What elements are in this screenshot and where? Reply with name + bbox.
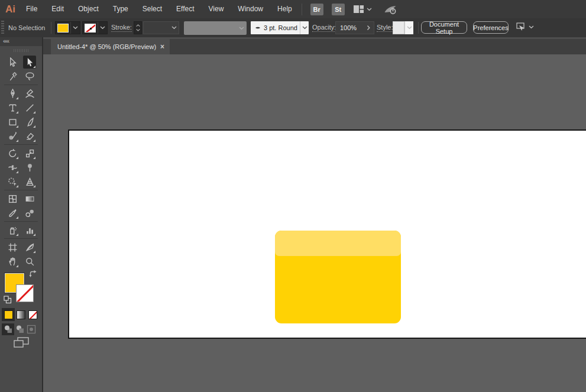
- menu-effect[interactable]: Effect: [169, 0, 201, 18]
- tool-grid: [0, 55, 42, 268]
- tool-row: [0, 254, 42, 268]
- menubar-divider: [302, 4, 302, 15]
- control-bar: No Selection Stroke: 3 pt. Round Opacity…: [0, 18, 586, 37]
- draw-normal-button[interactable]: [2, 323, 14, 335]
- gpu-performance-icon[interactable]: [384, 4, 397, 15]
- color-button[interactable]: [4, 310, 13, 319]
- draw-behind-button[interactable]: [15, 325, 25, 334]
- stroke-none-swatch[interactable]: [85, 24, 96, 33]
- rectangle-tool[interactable]: [6, 115, 19, 128]
- lasso-tool[interactable]: [23, 70, 36, 83]
- artboard[interactable]: [68, 129, 586, 339]
- stepper-down-icon[interactable]: [135, 28, 141, 32]
- gradient-tool[interactable]: [23, 192, 36, 205]
- rounded-rectangle-top-band[interactable]: [275, 231, 401, 256]
- toolbar-divider: [4, 190, 38, 190]
- stroke-width-dropdown[interactable]: [143, 21, 179, 34]
- stock-button[interactable]: St: [332, 4, 345, 15]
- width-tool[interactable]: [6, 161, 19, 174]
- document-setup-button[interactable]: Document Setup: [421, 21, 467, 34]
- chevron-down-icon: [302, 26, 307, 30]
- stroke-panel-link[interactable]: Stroke:: [111, 24, 132, 32]
- brush-definition-dropdown[interactable]: [184, 21, 247, 35]
- paintbrush-tool[interactable]: [23, 115, 36, 128]
- eraser-tool[interactable]: [23, 129, 36, 142]
- flyout-indicator: [33, 66, 35, 68]
- collapse-panel-strip[interactable]: ««: [0, 37, 42, 46]
- magic-wand-tool[interactable]: [6, 70, 19, 83]
- shaper-tool[interactable]: [6, 129, 19, 142]
- flyout-indicator: [33, 157, 35, 159]
- chevron-down-icon: [73, 26, 78, 30]
- preferences-button[interactable]: Preferences: [473, 21, 509, 34]
- curvature-tool[interactable]: [23, 87, 36, 100]
- line-segment-tool[interactable]: [23, 101, 36, 114]
- select-similar-options-dropdown[interactable]: [514, 22, 534, 32]
- flyout-indicator: [16, 125, 18, 128]
- panel-drag-grip[interactable]: [14, 49, 29, 52]
- menu-file[interactable]: File: [19, 0, 44, 18]
- stroke-proxy-swatch[interactable]: [16, 284, 34, 302]
- workspace-layout-icon: [354, 5, 364, 13]
- symbol-sprayer-tool[interactable]: [6, 223, 19, 237]
- rounded-rectangle-artwork[interactable]: [275, 231, 401, 323]
- hand-tool[interactable]: [6, 255, 19, 268]
- tool-row: [0, 223, 42, 237]
- shape-builder-tool[interactable]: [6, 175, 19, 188]
- fill-color-dropdown[interactable]: [55, 21, 80, 34]
- puppet-warp-tool[interactable]: [23, 161, 36, 174]
- menu-select[interactable]: Select: [135, 0, 169, 18]
- slice-tool[interactable]: [23, 241, 36, 254]
- menu-type[interactable]: Type: [106, 0, 135, 18]
- menu-object[interactable]: Object: [71, 0, 106, 18]
- none-slash-icon: [17, 285, 34, 302]
- type-tool[interactable]: [6, 101, 19, 114]
- pen-tool[interactable]: [6, 87, 19, 100]
- collapse-panel-icon[interactable]: ««: [3, 37, 9, 44]
- flyout-indicator: [16, 140, 18, 142]
- tool-row: [0, 115, 42, 129]
- mesh-tool[interactable]: [6, 192, 19, 205]
- none-button[interactable]: [28, 310, 37, 319]
- artboard-tool[interactable]: [6, 241, 19, 254]
- blend-tool[interactable]: [23, 206, 36, 219]
- rotate-tool[interactable]: [6, 147, 19, 160]
- menu-view[interactable]: View: [202, 0, 231, 18]
- column-graph-tool[interactable]: [23, 223, 36, 237]
- opacity-input[interactable]: 100%: [335, 21, 374, 34]
- style-panel-link[interactable]: Style:: [377, 24, 393, 32]
- canvas-pasteboard[interactable]: [43, 54, 586, 392]
- variable-width-profile-dropdown[interactable]: 3 pt. Round: [251, 21, 309, 34]
- style-swatch[interactable]: [393, 21, 404, 34]
- stroke-width-stepper[interactable]: [134, 21, 142, 34]
- graphic-style-dropdown[interactable]: [393, 21, 413, 34]
- menu-bar: Ai FileEditObjectTypeSelectEffectViewWin…: [0, 0, 586, 18]
- fill-swatch[interactable]: [57, 24, 69, 33]
- gradient-button[interactable]: [17, 310, 25, 319]
- panel-grip[interactable]: [1, 21, 4, 35]
- eyedropper-tool[interactable]: [6, 206, 19, 219]
- menu-window[interactable]: Window: [231, 0, 270, 18]
- swap-fill-stroke-icon[interactable]: [29, 270, 37, 277]
- tool-row: [0, 101, 42, 115]
- tab-close-icon[interactable]: ×: [160, 43, 164, 51]
- default-fill-stroke-icon[interactable]: [4, 296, 12, 304]
- flyout-indicator: [33, 251, 35, 253]
- color-button-selected[interactable]: [2, 308, 15, 321]
- stroke-color-dropdown[interactable]: [82, 21, 108, 34]
- document-tab[interactable]: Untitled-4* @ 50% (RGB/Preview) ×: [51, 39, 170, 54]
- opacity-panel-link[interactable]: Opacity:: [312, 24, 336, 32]
- bridge-button[interactable]: Br: [310, 4, 323, 15]
- direct-selection-tool[interactable]: [23, 56, 36, 69]
- menu-edit[interactable]: Edit: [44, 0, 71, 18]
- toolbar-divider: [4, 221, 38, 222]
- zoom-tool[interactable]: [23, 255, 36, 268]
- perspective-grid-tool[interactable]: [23, 175, 36, 188]
- scale-tool[interactable]: [23, 147, 36, 160]
- stepper-up-icon[interactable]: [135, 24, 141, 27]
- workspace-switcher-dropdown[interactable]: [354, 5, 372, 13]
- draw-inside-button[interactable]: [27, 325, 36, 334]
- menu-help[interactable]: Help: [270, 0, 299, 18]
- change-screen-mode-button[interactable]: [14, 337, 29, 348]
- selection-tool[interactable]: [6, 56, 19, 69]
